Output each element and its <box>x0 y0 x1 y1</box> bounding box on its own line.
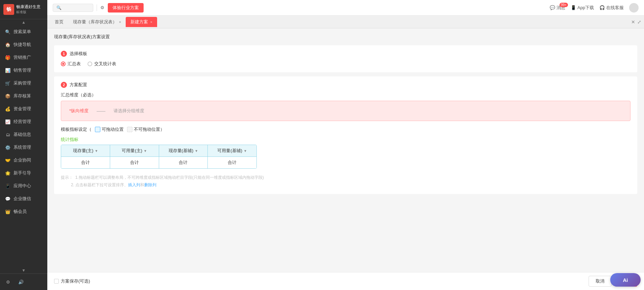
dimension-box[interactable]: *纵向维度 —— 请选择分组维度 <box>61 101 630 121</box>
radio-crosstab-circle <box>88 62 92 66</box>
trend-icon: 📈 <box>5 119 11 125</box>
tab-new-scheme-close[interactable]: × <box>150 20 152 24</box>
chevron-down-2: ▼ <box>195 149 198 153</box>
chevron-down-3: ▼ <box>244 149 247 153</box>
page-title: 现存量(库存状况表)方案设置 <box>54 34 637 40</box>
tabs-controls: ✕ ⤢ <box>631 19 641 25</box>
tab-inventory[interactable]: 现存量（库存状况表） × <box>68 17 126 27</box>
message-btn[interactable]: 💬 消息 99+ <box>550 5 565 11</box>
no-draggable-indicator: 不可拖动位置） <box>127 126 165 132</box>
sidebar-item-finance[interactable]: 💰 资金管理 <box>0 102 47 115</box>
search-icon: 🔍 <box>5 29 11 35</box>
stats-table: 现存量(主) ▼ 可用量(主) ▼ 现存量(基辅) ▼ 可用量(基辅) ▼ <box>61 145 257 169</box>
gear-icon: ⚙️ <box>5 144 11 150</box>
topbar-divider <box>97 4 97 11</box>
handshake-icon: 🤝 <box>5 157 11 163</box>
sidebar-scroll-up[interactable]: ▲ <box>0 19 47 25</box>
online-service-btn[interactable]: 🎧 在线客服 <box>599 5 624 11</box>
chevron-down-0: ▼ <box>95 149 98 153</box>
message-badge: 99+ <box>560 3 568 7</box>
sidebar-item-member[interactable]: 👑 畅会员 <box>0 205 47 218</box>
tab-inventory-close[interactable]: × <box>119 20 121 24</box>
trial-btn[interactable]: 体验行业方案 <box>108 3 144 13</box>
cancel-button[interactable]: 取消 <box>589 276 612 287</box>
chevron-down-1: ▼ <box>144 149 147 153</box>
dimension-arrow: —— <box>94 108 108 114</box>
home-icon: 🏠 <box>5 42 11 48</box>
sidebar-item-operation[interactable]: 📈 经营管理 <box>0 115 47 128</box>
sidebar-scroll-down[interactable]: ▼ <box>0 267 47 273</box>
sidebar-item-search[interactable]: 🔍 搜索菜单 <box>0 25 47 38</box>
settings-bottom-btn[interactable]: ⚙ <box>3 277 13 287</box>
topbar-gear-icon[interactable]: ⚙ <box>100 5 104 10</box>
money-icon: 💰 <box>5 106 11 112</box>
headset-icon: 🎧 <box>599 5 605 10</box>
main-area: 🔍 ⚙ 体验行业方案 💬 消息 99+ 📱 App下载 🎧 在线客服 首页 <box>47 0 644 290</box>
no-drag-box <box>127 127 132 132</box>
summary-dimension-label: 汇总维度（必选） <box>61 92 630 98</box>
dimension-placeholder: 请选择分组维度 <box>114 108 144 114</box>
sidebar-item-quick-nav[interactable]: 🏠 快捷导航 <box>0 38 47 51</box>
col-header-2[interactable]: 现存量(基辅) ▼ <box>159 145 208 156</box>
step1-section: 1 选择模板 汇总表 交叉统计表 <box>54 45 637 72</box>
save-option[interactable]: 方案保存(可选) <box>54 278 90 284</box>
crown-icon: 👑 <box>5 209 11 215</box>
sound-bottom-btn[interactable]: 🔊 <box>16 277 26 287</box>
tab-home[interactable]: 首页 <box>50 17 68 27</box>
sidebar: 畅 畅康通好生意 标准版 ▲ 🔍 搜索菜单 🏠 快捷导航 🎁 营销推广 📊 销售… <box>0 0 47 290</box>
mobile-icon: 📱 <box>571 5 576 10</box>
box-icon: 📦 <box>5 93 11 99</box>
col-header-1[interactable]: 可用量(主) ▼ <box>110 145 159 156</box>
step2-label: 2 方案配置 <box>61 82 630 88</box>
dimension-required: *纵向维度 <box>69 108 89 114</box>
hint-line-1: 2. 点击标题栏下拉可设置排序、插入列和删除列 <box>61 182 630 189</box>
hint-box: 提示： 1.拖动标题栏可以调整布局，不可跨维度或指标区域拖动栏目字段(只能在同一… <box>61 174 630 189</box>
cart-icon: 🛒 <box>5 80 11 86</box>
sidebar-item-app-center[interactable]: 📱 应用中心 <box>0 179 47 192</box>
cell-3: 合计 <box>208 157 256 168</box>
tab-close-icon[interactable]: ✕ <box>631 19 635 25</box>
gift-icon: 🎁 <box>5 54 11 61</box>
chart-icon: 📊 <box>5 67 11 73</box>
app-download-btn[interactable]: 📱 App下载 <box>571 5 594 11</box>
radio-summary-circle <box>61 62 66 66</box>
radio-crosstab[interactable]: 交叉统计表 <box>88 61 116 67</box>
sidebar-item-marketing[interactable]: 🎁 营销推广 <box>0 51 47 64</box>
sidebar-nav: 🔍 搜索菜单 🏠 快捷导航 🎁 营销推广 📊 销售管理 🛒 采购管理 📦 库存核… <box>0 25 47 267</box>
indicator-setting: 模板指标设定（ 可拖动位置 不可拖动位置） <box>61 126 630 132</box>
sidebar-item-basic-info[interactable]: 🗂 基础信息 <box>0 128 47 141</box>
radio-summary[interactable]: 汇总表 <box>61 61 81 67</box>
chat-icon: 💬 <box>5 196 11 202</box>
ai-float-button[interactable]: Ai <box>610 273 641 287</box>
stats-table-row: 合计 合计 合计 合计 <box>61 156 256 168</box>
step2-section: 2 方案配置 汇总维度（必选） *纵向维度 —— 请选择分组维度 模板指标设定（… <box>54 76 637 194</box>
step1-label: 1 选择模板 <box>61 51 630 57</box>
sidebar-logo: 畅 畅康通好生意 标准版 <box>0 0 47 19</box>
tab-new-scheme[interactable]: 新建方案 × <box>126 17 157 27</box>
sidebar-item-enterprise[interactable]: 🤝 企业协同 <box>0 154 47 167</box>
sidebar-item-inventory[interactable]: 📦 库存核算 <box>0 90 47 102</box>
drag-box <box>95 127 100 132</box>
topbar-right: 💬 消息 99+ 📱 App下载 🎧 在线客服 <box>550 3 639 13</box>
sidebar-item-weixin[interactable]: 💬 企业微信 <box>0 192 47 205</box>
content-area: 现存量(库存状况表)方案设置 1 选择模板 汇总表 交叉统计表 2 <box>47 28 644 272</box>
message-icon: 💬 <box>550 5 555 10</box>
sidebar-item-purchase[interactable]: 🛒 采购管理 <box>0 77 47 90</box>
hint-line-0: 提示： 1.拖动标题栏可以调整布局，不可跨维度或指标区域拖动栏目字段(只能在同一… <box>61 174 630 182</box>
sidebar-bottom: ⚙ 🔊 <box>0 273 47 290</box>
sidebar-item-new-guide[interactable]: 🌟 新手引导 <box>0 167 47 179</box>
stats-label: 统计指标 <box>61 137 630 143</box>
col-header-3[interactable]: 可用量(基辅) ▼ <box>208 145 256 156</box>
tab-expand-icon[interactable]: ⤢ <box>637 19 641 25</box>
save-checkbox[interactable] <box>54 279 59 284</box>
app-logo-icon: 畅 <box>3 4 14 15</box>
topbar: 🔍 ⚙ 体验行业方案 💬 消息 99+ 📱 App下载 🎧 在线客服 <box>47 0 644 16</box>
star-icon: 🌟 <box>5 170 11 176</box>
tab-bar: 首页 现存量（库存状况表） × 新建方案 × ✕ ⤢ <box>47 16 644 28</box>
topbar-search[interactable]: 🔍 <box>53 4 93 12</box>
sidebar-item-sales[interactable]: 📊 销售管理 <box>0 64 47 77</box>
app-logo-text: 畅康通好生意 标准版 <box>16 4 41 15</box>
col-header-0[interactable]: 现存量(主) ▼ <box>61 145 110 156</box>
sidebar-item-system[interactable]: ⚙️ 系统管理 <box>0 141 47 154</box>
user-avatar[interactable] <box>629 3 639 13</box>
